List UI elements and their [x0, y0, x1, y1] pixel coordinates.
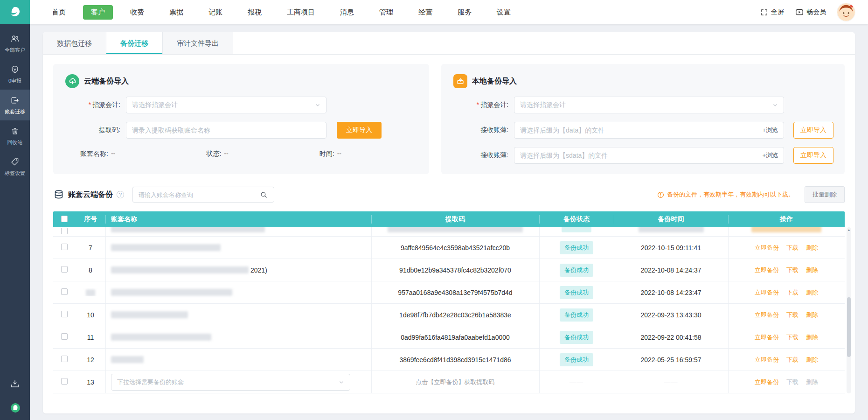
member-button[interactable]: 畅会员 — [795, 8, 826, 16]
download-link[interactable]: 下载 — [786, 378, 799, 386]
nav-item-services[interactable]: 服务 — [450, 5, 479, 20]
search-button[interactable] — [253, 187, 274, 203]
tab-audit-file-export[interactable]: 审计文件导出 — [163, 32, 233, 54]
extract-code-input[interactable] — [132, 126, 320, 134]
user-avatar[interactable] — [837, 3, 855, 21]
backup-now-link[interactable]: 立即备份 — [755, 311, 779, 319]
row-checkbox[interactable] — [61, 244, 68, 250]
delete-link[interactable]: 删除 — [806, 244, 818, 252]
sidebar-item-account-migration[interactable]: 账套迁移 — [0, 90, 30, 120]
sidebar: 全部客户0申报账套迁移回收站标签设置 — [0, 0, 30, 420]
row-checkbox[interactable] — [61, 311, 68, 317]
sidebar-item-tag-settings[interactable]: 标签设置 — [0, 151, 30, 182]
row-checkbox[interactable] — [61, 378, 68, 385]
nav-item-management[interactable]: 管理 — [371, 5, 401, 20]
sidebar-item-all-customers[interactable]: 全部客户 — [0, 28, 30, 59]
sidebar-item-label: 标签设置 — [5, 170, 25, 177]
backup-table: 序号 账套名称 提取码 备份状态 备份时间 操作 7 9affc849564e — [53, 211, 845, 393]
nav-item-operation[interactable]: 经营 — [410, 5, 440, 20]
table-row: 10 1de98f7fb7db42e28c03c26b1a58383e 备份成功… — [53, 304, 845, 326]
sidebar-item-declarations[interactable]: 0申报 — [0, 59, 30, 90]
sidebar-bottom — [0, 379, 30, 420]
delete-link[interactable]: 删除 — [806, 311, 818, 319]
download-link[interactable]: 下载 — [786, 288, 799, 297]
nav-item-invoices[interactable]: 票据 — [161, 5, 191, 20]
row-checkbox[interactable] — [61, 266, 68, 273]
delete-link[interactable]: 删除 — [806, 356, 818, 364]
local-import-button[interactable]: 立即导入 — [793, 122, 833, 139]
nav-item-home[interactable]: 首页 — [44, 5, 74, 20]
row-account-name — [105, 349, 371, 371]
sdata-file-input[interactable] — [520, 152, 757, 159]
delete-link[interactable]: 删除 — [806, 288, 818, 297]
tab-backup-migration[interactable]: 备份迁移 — [106, 32, 163, 54]
row-code: 9affc849564e4c3598ab43521afcc20b — [371, 237, 539, 259]
cloud-panel-title: 云端备份导入 — [84, 77, 129, 86]
row-checkbox[interactable] — [61, 356, 68, 362]
main-content: 数据包迁移备份迁移审计文件导出 云端备份导入 *指派会计: 请选 — [30, 24, 868, 420]
local-backup-icon — [453, 74, 467, 88]
app-logo[interactable] — [0, 0, 30, 24]
col-code: 提取码 — [371, 215, 539, 224]
sidebar-item-label: 0申报 — [8, 77, 21, 84]
nav-item-customers[interactable]: 客户 — [83, 5, 113, 20]
backup-list-title: 账套云端备份 — [68, 190, 113, 200]
row-code: 957aa0168a9e4308a13e79f4575b7d4d — [371, 281, 539, 303]
assign-accountant-label: *指派会计: — [65, 101, 120, 109]
download-link[interactable]: 下载 — [786, 244, 799, 252]
help-icon[interactable]: ? — [117, 191, 124, 198]
col-time: 备份时间 — [614, 215, 728, 224]
backup-now-link[interactable]: 立即备份 — [755, 333, 779, 342]
download-link[interactable]: 下载 — [786, 311, 799, 319]
backup-now-link[interactable]: 立即备份 — [755, 244, 779, 252]
table-row: 8 2021) 91db0e12b9a345378fc4c82b3202f070… — [53, 259, 845, 281]
migrate-icon — [10, 96, 20, 105]
row-time: 2022-10-08 14:24:37 — [614, 259, 728, 281]
sidebar-item-recycle-bin[interactable]: 回收站 — [0, 120, 30, 151]
delete-link[interactable]: 删除 — [806, 266, 818, 274]
time-value: -- — [337, 150, 341, 157]
row-checkbox[interactable] — [61, 288, 68, 295]
cloud-import-result: 账套名称:-- 状态:-- 时间:-- — [80, 150, 341, 158]
backup-now-link[interactable]: 立即备份 — [755, 288, 779, 297]
assign-accountant-select[interactable]: 请选择指派会计 — [514, 97, 784, 113]
cloud-import-button[interactable]: 立即导入 — [337, 122, 382, 139]
account-search-input[interactable] — [132, 187, 253, 203]
nav-item-business-projects[interactable]: 工商项目 — [279, 5, 323, 20]
download-link[interactable]: 下载 — [786, 266, 799, 274]
nav-item-bookkeeping[interactable]: 记账 — [201, 5, 230, 20]
import-panels: 云端备份导入 *指派会计: 请选择指派会计 提取码: 立即导入 — [43, 55, 855, 174]
download-link[interactable]: 下载 — [786, 333, 799, 342]
account-search — [132, 187, 274, 203]
backup-now-link[interactable]: 立即备份 — [755, 378, 779, 386]
fullscreen-button[interactable]: 全屏 — [760, 8, 784, 16]
nav-item-charges[interactable]: 收费 — [122, 5, 152, 20]
backup-now-link[interactable]: 立即备份 — [755, 356, 779, 364]
browse-button[interactable]: +浏览 — [757, 151, 778, 160]
assign-accountant-select[interactable]: 请选择指派会计 — [126, 97, 326, 113]
receive-books-label: 接收账薄: — [453, 151, 508, 160]
row-checkbox[interactable] — [61, 333, 68, 340]
scrollbar-thumb[interactable] — [847, 297, 851, 357]
nav-item-messages[interactable]: 消息 — [332, 5, 362, 20]
local-import-button[interactable]: 立即导入 — [793, 147, 833, 164]
sidebar-menu: 全部客户0申报账套迁移回收站标签设置 — [0, 24, 30, 182]
download-link[interactable]: 下载 — [786, 356, 799, 364]
nav-item-settings[interactable]: 设置 — [489, 5, 519, 20]
backup-account-select[interactable]: 下拉选择需要备份的账套 — [111, 374, 350, 391]
delete-link[interactable]: 删除 — [806, 333, 818, 342]
batch-delete-button[interactable]: 批量删除 — [805, 186, 845, 203]
support-icon[interactable] — [10, 402, 20, 413]
browse-button[interactable]: +浏览 — [757, 126, 778, 134]
local-import-panel: 本地备份导入 *指派会计: 请选择指派会计 接收账薄: +浏览 — [441, 64, 845, 174]
row-checkbox[interactable] — [61, 228, 68, 234]
tab-data-package-migration[interactable]: 数据包迁移 — [43, 32, 106, 54]
table-header-row: 序号 账套名称 提取码 备份状态 备份时间 操作 — [53, 211, 845, 227]
nav-item-tax-filing[interactable]: 报税 — [240, 5, 270, 20]
scroll-up-arrow[interactable]: ▲ — [847, 228, 851, 234]
delete-link[interactable]: 删除 — [806, 378, 818, 386]
backup-now-link[interactable]: 立即备份 — [755, 266, 779, 274]
select-all-checkbox[interactable] — [61, 216, 68, 222]
data-file-input[interactable] — [520, 126, 757, 134]
download-icon[interactable] — [10, 379, 20, 389]
